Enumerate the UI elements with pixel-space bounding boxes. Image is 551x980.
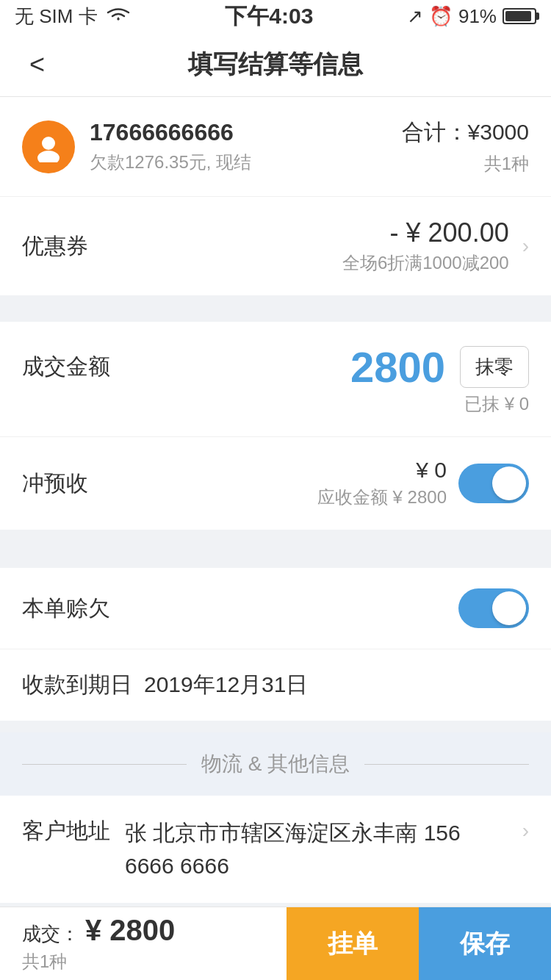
logistics-line-left [22,764,187,765]
prepay-receivable: 应收金额 ¥ 2800 [317,486,447,509]
page-title: 填写结算等信息 [188,48,363,82]
hold-button[interactable]: 挂单 [287,907,419,981]
back-button[interactable]: < [22,42,52,87]
svg-point-0 [42,137,55,150]
address-chevron-icon: › [522,819,529,843]
alarm-icon: ⏰ [429,5,453,28]
coupon-label: 优惠券 [22,231,88,262]
address-value: 张 北京市市辖区海淀区永丰南 156 6666 6666 [125,816,508,882]
arrear-card: 本单赊欠 收款到期日 2019年12月31日 [0,568,551,721]
status-right: ↗ ⏰ 91% [407,5,536,28]
bottom-bar: 成交： ¥ 2800 共1种 挂单 保存 [0,907,551,980]
bottom-deal-row: 成交： ¥ 2800 [22,914,264,947]
customer-note: 欠款1276.35元, 现结 [90,151,402,174]
coupon-discount: - ¥ 200.00 [342,217,509,248]
prepay-right: ¥ 0 应收金额 ¥ 2800 [317,458,529,509]
coupon-value-wrap: - ¥ 200.00 全场6折满1000减200 [342,217,509,275]
arrear-toggle-knob [492,591,526,625]
prepay-toggle[interactable] [458,464,529,503]
deal-amount-card: 成交金额 2800 抹零 已抹 ¥ 0 冲预收 ¥ 0 应收金额 ¥ 2800 [0,322,551,530]
logistics-title: 物流 & 其他信息 [187,750,364,778]
erased-label: 已抹 ¥ 0 [464,394,529,414]
coupon-right: - ¥ 200.00 全场6折满1000减200 › [342,217,529,275]
deal-amount-label: 成交金额 [22,352,110,382]
nav-bar: < 填写结算等信息 [0,32,551,97]
amount-value-wrap: 2800 抹零 [350,342,529,392]
logistics-header: 物流 & 其他信息 [0,732,551,796]
section-divider-2 [0,541,551,556]
prepay-amount: ¥ 0 [317,458,447,483]
amount-row: 成交金额 2800 抹零 [22,342,529,392]
duedate-row: 收款到期日 2019年12月31日 [22,670,529,700]
battery-percent: 91% [458,5,497,28]
status-bar: 无 SIM 卡 下午4:03 ↗ ⏰ 91% [0,0,551,32]
bottom-count: 共1种 [22,950,264,973]
arrear-toggle[interactable] [458,588,529,628]
address-label: 客户地址 [22,816,110,846]
address-card: 客户地址 张 北京市市辖区海淀区永丰南 156 6666 6666 › [0,796,551,903]
toggle-knob [492,466,526,500]
svg-point-1 [37,151,60,162]
bottom-summary: 成交： ¥ 2800 共1种 [0,914,287,973]
prepay-row: 冲预收 ¥ 0 应收金额 ¥ 2800 [22,458,529,509]
logistics-line-right [364,764,529,765]
coupon-row[interactable]: 优惠券 - ¥ 200.00 全场6折满1000减200 › [0,197,551,295]
arrear-label: 本单赊欠 [22,594,110,624]
wifi-icon [105,4,132,29]
amount-total: 合计：¥3000 [402,118,529,148]
prepay-label: 冲预收 [22,469,88,499]
arrear-section: 本单赊欠 [0,568,551,649]
prepay-section: 冲预收 ¥ 0 应收金额 ¥ 2800 [0,437,551,530]
amount-section: 成交金额 2800 抹零 已抹 ¥ 0 [0,322,551,437]
deal-amount-value: 2800 [350,342,445,392]
save-button[interactable]: 保存 [419,907,551,981]
customer-info-card: 17666666666 欠款1276.35元, 现结 合计：¥3000 共1种 … [0,97,551,295]
time-display: 下午4:03 [225,1,313,32]
location-icon: ↗ [407,5,423,28]
avatar [22,120,75,173]
status-left: 无 SIM 卡 [15,4,132,29]
customer-detail: 17666666666 欠款1276.35元, 现结 [90,119,402,174]
prepay-amount-wrap: ¥ 0 应收金额 ¥ 2800 [317,458,447,509]
bottom-deal-amount: ¥ 2800 [85,914,175,947]
section-divider-1 [0,307,551,322]
erased-amount: 已抹 ¥ 0 [22,392,529,416]
duedate-value: 2019年12月31日 [144,670,308,700]
amount-count: 共1种 [402,152,529,176]
arrear-row: 本单赊欠 [22,588,529,628]
battery-icon [503,8,536,24]
round-button[interactable]: 抹零 [460,346,529,388]
customer-phone: 17666666666 [90,119,402,146]
sim-status: 无 SIM 卡 [15,4,98,29]
customer-amount: 合计：¥3000 共1种 [402,118,529,176]
duedate-section: 收款到期日 2019年12月31日 [0,649,551,721]
bottom-deal-label: 成交： [22,921,79,947]
address-section[interactable]: 客户地址 张 北京市市辖区海淀区永丰南 156 6666 6666 › [0,796,551,903]
duedate-label: 收款到期日 [22,670,132,700]
customer-info-row: 17666666666 欠款1276.35元, 现结 合计：¥3000 共1种 [0,97,551,197]
coupon-chevron-icon: › [522,234,529,258]
coupon-desc: 全场6折满1000减200 [342,251,509,275]
